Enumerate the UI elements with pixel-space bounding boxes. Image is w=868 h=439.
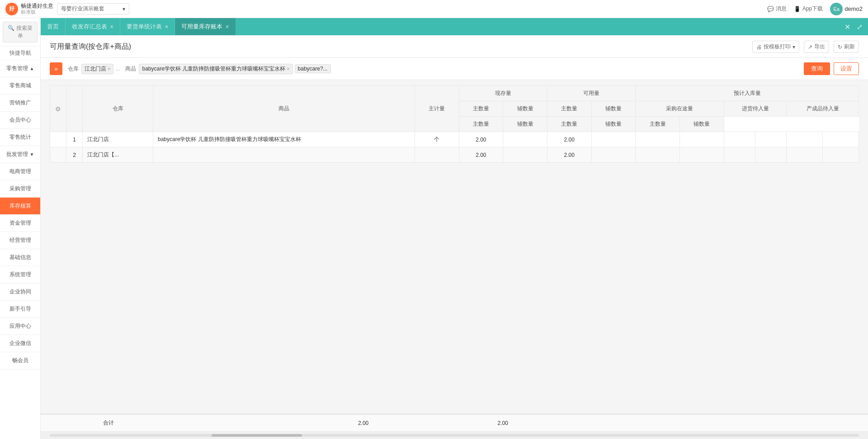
goods-pending-aux-header: 辅数量 (591, 117, 636, 132)
total-goods-pending-main (683, 417, 726, 429)
sidebar-item-basic-info[interactable]: 基础信息 (0, 249, 40, 266)
column-settings-icon[interactable]: ⚙ (55, 105, 61, 113)
username: demo2 (844, 5, 863, 12)
tab-close-order-stats[interactable]: × (165, 24, 168, 30)
total-spacer1 (50, 417, 82, 429)
row1-avail-main: 2.00 (547, 132, 591, 147)
tab-right-buttons: ✕ ⤢ (839, 18, 868, 35)
search-menu-button[interactable]: 🔍 搜索菜单 (3, 22, 38, 42)
total-avail-main: 2.00 (455, 417, 551, 429)
quick-nav-button[interactable]: 快捷导航 (0, 47, 40, 60)
row1-goods-pending-main (724, 132, 755, 147)
product-tag-babycare[interactable]: babycare学饮杯 儿童防摔防撞吸管杯重力球吸嘴杯宝宝水杯 × (139, 64, 292, 74)
refresh-button[interactable]: ↻ 刷新 (834, 41, 859, 53)
warehouse-filter-label: 仓库 (68, 65, 79, 73)
tab-close-receive-summary[interactable]: × (110, 24, 113, 30)
sidebar-item-new-guide[interactable]: 新手引导 (0, 301, 40, 318)
row2-main-unit (415, 147, 459, 163)
close-tab-button[interactable]: ✕ (843, 22, 852, 32)
product-tag-close[interactable]: × (287, 66, 289, 71)
sidebar-item-app-center[interactable]: 应用中心 (0, 318, 40, 335)
tab-order-stats[interactable]: 要货单统计表 × (120, 18, 175, 35)
sidebar-item-wholesale-mgmt[interactable]: 批发管理 ▼ (0, 146, 40, 163)
page-header: 可用量查询(按仓库+商品) 🖨 按模板打印 ▾ ↗ 导出 ↻ 刷新 (41, 35, 868, 58)
row2-purchase-transit-main (636, 147, 680, 163)
row1-product-pending-aux (823, 132, 859, 147)
product-filter-group: 商品 babycare学饮杯 儿童防摔防撞吸管杯重力球吸嘴杯宝宝水杯 × bab… (125, 64, 330, 74)
row1-purchase-transit-aux (679, 132, 724, 147)
filter-expand-button[interactable]: » (50, 62, 62, 75)
sidebar-item-retail-mgmt[interactable]: 零售管理 ▲ (0, 60, 40, 77)
table-row: 2 江北门店【... 2.00 2 (50, 147, 859, 163)
export-button[interactable]: ↗ 导出 (804, 41, 829, 53)
sidebar-item-member-center[interactable]: 会员中心 (0, 112, 40, 129)
print-template-button[interactable]: 🖨 按模板打印 ▾ (752, 41, 799, 53)
row1-main-unit: 个 (415, 132, 459, 147)
sidebar-item-retail-mall[interactable]: 零售商城 (0, 77, 40, 94)
filter-actions: 查询 设置 (804, 62, 859, 75)
tab-close-available-inventory[interactable]: × (225, 24, 229, 30)
product-tag-babycare2[interactable]: babycare?... (295, 64, 331, 73)
sidebar-item-operation-mgmt[interactable]: 经营管理 (0, 232, 40, 249)
sidebar-search-area: 🔍 搜索菜单 (0, 18, 40, 47)
filter-settings-button[interactable]: 设置 (834, 62, 859, 75)
chevron-down-icon: ▾ (793, 44, 795, 50)
row1-no: 1 (66, 132, 83, 147)
refresh-icon: ↻ (838, 44, 842, 50)
main-layout: 🔍 搜索菜单 快捷导航 零售管理 ▲ 零售商城 营销推广 会员中心 零售统计 批… (0, 18, 868, 439)
sidebar-item-enterprise-wechat[interactable]: 企业微信 (0, 335, 40, 352)
row2-goods-pending-main (724, 147, 755, 163)
sidebar-item-system-mgmt[interactable]: 系统管理 (0, 266, 40, 283)
app-download-action[interactable]: 📱 App下载 (794, 5, 823, 13)
expand-tab-button[interactable]: ⤢ (855, 22, 864, 32)
warehouse-more[interactable]: ... (115, 66, 120, 72)
chevron-up-icon: ▲ (30, 66, 34, 71)
table-footer: 合计 2.00 2.00 (41, 414, 868, 432)
tab-available-inventory[interactable]: 可用量库存账本 × (175, 18, 236, 35)
user-profile[interactable]: Ea demo2 (830, 3, 863, 15)
product-pending-main-header: 主数量 (636, 117, 680, 132)
sidebar-item-marketing[interactable]: 营销推广 (0, 94, 40, 112)
chevron-down-icon: ▾ (123, 6, 125, 12)
row1-purchase-transit-main (636, 132, 680, 147)
row2-product-pending-main (787, 147, 823, 163)
sidebar-item-inventory-audit[interactable]: 库存核算 (0, 198, 40, 215)
total-product-pending-main (771, 417, 815, 429)
sidebar-item-enterprise-collab[interactable]: 企业协同 (0, 283, 40, 301)
inventory-table: ⚙ 仓库 商品 主计量 (50, 85, 859, 163)
sidebar-item-finance-mgmt[interactable]: 资金管理 (0, 215, 40, 232)
total-row-table: 合计 2.00 2.00 (50, 417, 859, 429)
avatar: Ea (830, 3, 843, 15)
page-content: 可用量查询(按仓库+商品) 🖨 按模板打印 ▾ ↗ 导出 ↻ 刷新 (41, 35, 868, 439)
warehouse-tag-close[interactable]: × (108, 66, 110, 71)
goods-pending-header: 进货待入量 (724, 101, 787, 117)
page-title: 可用量查询(按仓库+商品) (50, 42, 131, 52)
message-action[interactable]: 💬 消息 (767, 5, 787, 13)
settings-column-header: ⚙ (50, 86, 66, 132)
sidebar-item-purchase-mgmt[interactable]: 采购管理 (0, 180, 40, 198)
tab-home[interactable]: 首页 (41, 18, 66, 35)
logo-text: 畅捷通好生意 标准版 (21, 3, 53, 15)
warehouse-tag-jiangbei[interactable]: 江北门店 × (81, 64, 113, 74)
tab-receive-summary[interactable]: 收发存汇总表 × (66, 18, 120, 35)
total-stock-main: 2.00 (316, 417, 411, 429)
sidebar-item-vip-member[interactable]: 畅会员 (0, 352, 40, 369)
store-selector[interactable]: 母婴行业演示账套 ▾ (57, 3, 129, 14)
query-button[interactable]: 查询 (804, 62, 830, 75)
scroll-thumb[interactable] (212, 434, 302, 437)
avail-aux-qty-header: 辅数量 (591, 101, 636, 117)
row1-stock-main: 2.00 (459, 132, 503, 147)
row2-avail-aux (591, 147, 636, 163)
stock-aux-qty-header: 辅数量 (503, 101, 547, 117)
sidebar-item-ecommerce-mgmt[interactable]: 电商管理 (0, 163, 40, 180)
purchase-transit-main-header: 主数量 (459, 117, 503, 132)
row2-no: 2 (66, 147, 83, 163)
scroll-track[interactable] (50, 434, 859, 437)
row2-product (153, 147, 415, 163)
row1-product: babycare学饮杯 儿童防摔防撞吸管杯重力球吸嘴杯宝宝水杯 (153, 132, 415, 147)
tab-bar: 首页 收发存汇总表 × 要货单统计表 × 可用量库存账本 × ✕ ⤢ (41, 18, 868, 35)
table-row: 1 江北门店 babycare学饮杯 儿童防摔防撞吸管杯重力球吸嘴杯宝宝水杯 个 (50, 132, 859, 147)
warehouse-filter-tags: 江北门店 × ... (81, 64, 120, 74)
row1-goods-pending-aux (755, 132, 787, 147)
sidebar-item-retail-stats[interactable]: 零售统计 (0, 129, 40, 146)
